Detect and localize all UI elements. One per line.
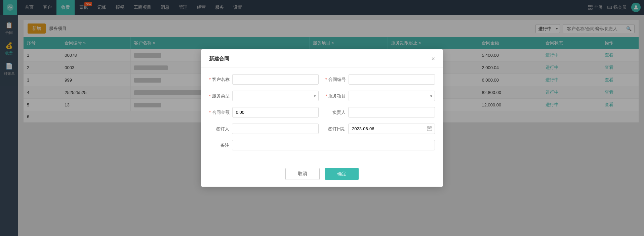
form-row-2: 服务类型 月度服务 年度服务 服务项目 小规模记账 bbox=[209, 91, 435, 101]
contract-no-input[interactable] bbox=[349, 74, 435, 85]
form-group-contract-no: 合同编号 bbox=[325, 74, 435, 85]
remark-input[interactable] bbox=[232, 140, 435, 150]
modal-close-button[interactable]: × bbox=[431, 55, 435, 62]
calendar-icon[interactable] bbox=[427, 126, 432, 132]
modal-header: 新建合同 × bbox=[201, 49, 443, 67]
form-group-amount: 合同金额 bbox=[209, 107, 319, 117]
service-item-select[interactable]: 小规模记账 一般纳税人记账 bbox=[349, 91, 435, 101]
modal-overlay: 新建合同 × 客户名称 合同编号 服务类型 bbox=[0, 0, 644, 236]
modal-body: 客户名称 合同编号 服务类型 月度服务 年度服务 bbox=[201, 67, 443, 163]
modal-footer: 取消 确定 bbox=[201, 163, 443, 187]
form-group-sign-date: 签订日期 bbox=[325, 124, 435, 134]
sign-date-input[interactable] bbox=[348, 124, 435, 134]
customer-name-label: 客户名称 bbox=[209, 77, 230, 83]
remark-label: 备注 bbox=[209, 142, 229, 148]
svg-rect-11 bbox=[428, 128, 429, 129]
form-group-signer: 签订人 bbox=[209, 124, 319, 134]
form-row-4: 签订人 签订日期 bbox=[209, 124, 435, 134]
sign-date-wrap bbox=[348, 124, 435, 134]
service-type-label: 服务类型 bbox=[209, 93, 230, 99]
form-group-service-type: 服务类型 月度服务 年度服务 bbox=[209, 91, 319, 101]
form-row-5: 备注 bbox=[209, 140, 435, 150]
responsible-input[interactable] bbox=[348, 107, 435, 117]
form-row-3: 合同金额 负责人 bbox=[209, 107, 435, 117]
signer-label: 签订人 bbox=[209, 126, 229, 132]
form-group-responsible: 负责人 bbox=[325, 107, 435, 117]
service-item-select-wrap: 小规模记账 一般纳税人记账 bbox=[349, 91, 435, 101]
contract-amount-input[interactable] bbox=[232, 107, 319, 117]
service-type-select[interactable]: 月度服务 年度服务 bbox=[232, 91, 319, 101]
customer-name-input[interactable] bbox=[232, 74, 319, 85]
form-row-1: 客户名称 合同编号 bbox=[209, 74, 435, 85]
contract-amount-label: 合同金额 bbox=[209, 109, 230, 115]
svg-rect-12 bbox=[429, 128, 430, 129]
service-type-select-wrap: 月度服务 年度服务 bbox=[232, 91, 319, 101]
sign-date-label: 签订日期 bbox=[325, 126, 346, 132]
form-group-customer: 客户名称 bbox=[209, 74, 319, 85]
signer-input[interactable] bbox=[232, 124, 319, 134]
confirm-button[interactable]: 确定 bbox=[325, 168, 359, 180]
cancel-button[interactable]: 取消 bbox=[285, 168, 320, 180]
service-item-label: 服务项目 bbox=[325, 93, 346, 99]
form-group-service-item: 服务项目 小规模记账 一般纳税人记账 bbox=[325, 91, 435, 101]
new-contract-modal: 新建合同 × 客户名称 合同编号 服务类型 bbox=[201, 49, 443, 187]
modal-title: 新建合同 bbox=[209, 56, 229, 62]
responsible-label: 负责人 bbox=[325, 109, 346, 115]
form-group-remark: 备注 bbox=[209, 140, 435, 150]
svg-rect-13 bbox=[431, 128, 431, 129]
contract-no-label: 合同编号 bbox=[325, 77, 346, 83]
